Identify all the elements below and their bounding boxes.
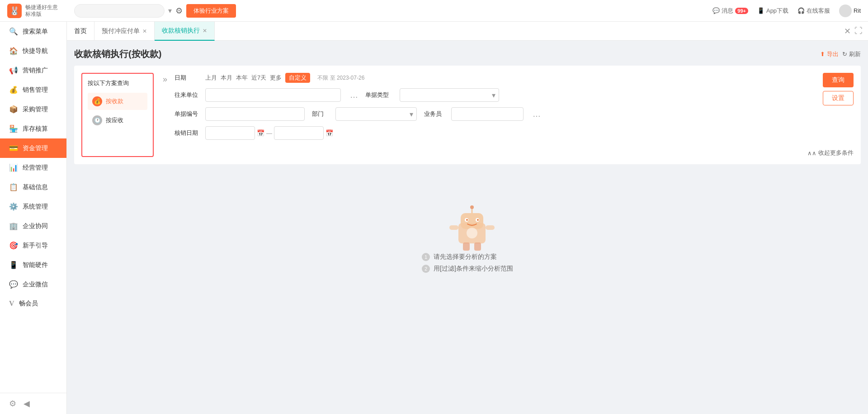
expand-tab-icon[interactable]: ⛶ xyxy=(854,26,863,36)
date-label: 日期 xyxy=(175,74,198,82)
tab-prepay[interactable]: 预付冲应付单 ✕ xyxy=(94,22,155,41)
date-shortcuts: 上月 本月 本年 近7天 更多 自定义 xyxy=(205,73,310,83)
filter-option-by-receipt[interactable]: 💰 按收款 xyxy=(88,93,147,110)
svg-point-7 xyxy=(470,205,474,209)
sidebar-label: 基础信息 xyxy=(23,183,48,191)
top-search-bar[interactable] xyxy=(74,4,165,18)
sidebar-item-quick-nav[interactable]: 🏠 快捷导航 xyxy=(0,41,66,61)
empty-robot-illustration xyxy=(445,200,490,246)
date-shortcut-this-year[interactable]: 本年 xyxy=(236,74,248,82)
tip-text-2: 用[过滤]条件来缩小分析范围 xyxy=(434,265,513,273)
page-header: 收款核销执行(按收款) ⬆ 导出 ↻ 刷新 xyxy=(74,48,861,60)
tab-receipts[interactable]: 收款核销执行 ✕ xyxy=(155,22,215,41)
app-download-label: App下载 xyxy=(766,7,788,15)
sidebar-label: 经营管理 xyxy=(23,164,48,172)
verify-date-from[interactable]: 2023-03-01 xyxy=(205,126,255,140)
top-right-actions: 💬 消息 99+ 📱 App下载 🎧 在线客服 Rit xyxy=(712,5,861,17)
collapse-sidebar-icon[interactable]: ◀ xyxy=(24,399,30,409)
counterparty-input[interactable] xyxy=(205,88,341,102)
tab-actions: ✕ ⛶ xyxy=(844,26,868,36)
docnum-input[interactable] xyxy=(205,107,305,121)
verify-date-to[interactable]: 2023-07-21 xyxy=(274,126,324,140)
sidebar-item-marketing[interactable]: 📢 营销推广 xyxy=(0,61,66,80)
user-avatar xyxy=(839,5,852,17)
doctype-dropdown-icon: ▾ xyxy=(492,91,495,100)
receivable-icon: 🕐 xyxy=(92,115,102,125)
purchase-icon: 📦 xyxy=(9,105,18,114)
tab-bar: 首页 预付冲应付单 ✕ 收款核销执行 ✕ ✕ ⛶ xyxy=(67,22,868,41)
receipt-icon: 💰 xyxy=(92,96,102,106)
verify-to-calendar-icon[interactable]: 📅 xyxy=(326,129,333,137)
message-action[interactable]: 💬 消息 99+ xyxy=(712,7,748,15)
message-badge: 99+ xyxy=(735,8,748,14)
sidebar-item-enterprise[interactable]: 🏢 企业协同 xyxy=(0,216,66,236)
refresh-button[interactable]: ↻ 刷新 xyxy=(842,50,861,58)
search-dropdown-icon[interactable]: ▾ xyxy=(168,6,172,15)
tip-num-2: 2 xyxy=(422,265,430,273)
logo-icon: 🐰 xyxy=(7,4,22,18)
settings-bottom-icon[interactable]: ⚙ xyxy=(9,399,16,409)
empty-tips: 1 请先选择要分析的方案 2 用[过滤]条件来缩小分析范围 xyxy=(422,253,513,273)
marketing-icon: 📢 xyxy=(9,66,18,75)
close-tab-icon[interactable]: ✕ xyxy=(844,26,851,36)
sidebar-label: 采购管理 xyxy=(23,105,48,114)
inventory-icon: 🏪 xyxy=(9,124,18,133)
tab-receipts-close[interactable]: ✕ xyxy=(203,28,207,33)
date-range-note: 不限 至 2023-07-26 xyxy=(317,74,364,82)
staff-input[interactable] xyxy=(451,107,524,121)
tab-prepay-close[interactable]: ✕ xyxy=(142,29,147,34)
collapse-up-icon: ∧∧ xyxy=(807,150,816,157)
sidebar-item-purchase[interactable]: 📦 采购管理 xyxy=(0,100,66,119)
date-shortcut-last-month[interactable]: 上月 xyxy=(205,74,217,82)
gear-icon[interactable]: ⚙ xyxy=(175,6,183,16)
search-area: ▾ ⚙ 体验行业方案 xyxy=(74,4,712,18)
sidebar-item-basic-info[interactable]: 📋 基础信息 xyxy=(0,177,66,197)
sidebar-item-member[interactable]: V 畅会员 xyxy=(0,294,66,313)
dept-label: 部门 xyxy=(312,110,328,118)
counterparty-dots-icon[interactable]: … xyxy=(350,90,358,100)
industry-btn[interactable]: 体验行业方案 xyxy=(186,4,236,18)
sidebar-item-operation[interactable]: 📊 经营管理 xyxy=(0,158,66,177)
sidebar-label: 快捷导航 xyxy=(23,47,48,55)
settings-button[interactable]: 设置 xyxy=(823,91,854,105)
tab-home[interactable]: 首页 xyxy=(67,22,94,41)
dept-dropdown-icon: ▾ xyxy=(410,110,413,119)
export-button[interactable]: ⬆ 导出 xyxy=(820,50,839,58)
collapse-more-button[interactable]: ∧∧ 收起更多条件 xyxy=(807,149,854,157)
export-icon: ⬆ xyxy=(820,51,825,57)
date-range-separator: — xyxy=(266,130,272,137)
sidebar-item-inventory[interactable]: 🏪 库存核算 xyxy=(0,119,66,138)
filter-option-by-receivable[interactable]: 🕐 按应收 xyxy=(88,112,147,129)
tip-num-1: 1 xyxy=(422,253,430,261)
empty-tip-2: 2 用[过滤]条件来缩小分析范围 xyxy=(422,265,513,273)
date-shortcut-custom[interactable]: 自定义 xyxy=(285,73,310,83)
app-download-action[interactable]: 📱 App下载 xyxy=(757,7,788,15)
svg-rect-10 xyxy=(463,243,470,251)
svg-rect-8 xyxy=(449,225,458,230)
doctype-input[interactable] xyxy=(400,88,499,102)
online-service-action[interactable]: 🎧 在线客服 xyxy=(797,7,830,15)
verify-from-calendar-icon[interactable]: 📅 xyxy=(257,129,264,137)
app-edition: 标准版 xyxy=(25,11,58,17)
date-shortcut-more[interactable]: 更多 xyxy=(270,74,282,82)
sidebar: 🔍 搜索菜单 🏠 快捷导航 📢 营销推广 💰 销售管理 📦 采购管理 🏪 库存核… xyxy=(0,22,67,414)
sidebar-item-finance[interactable]: 💳 资金管理 xyxy=(0,138,66,158)
user-action[interactable]: Rit xyxy=(839,5,861,17)
app-name: 畅捷通好生意 xyxy=(25,4,58,10)
sidebar-item-guide[interactable]: 🎯 新手引导 xyxy=(0,236,66,255)
filter-scheme-title: 按以下方案查询 xyxy=(88,79,147,87)
sidebar-item-sales[interactable]: 💰 销售管理 xyxy=(0,80,66,100)
sidebar-item-wechat[interactable]: 💬 企业微信 xyxy=(0,275,66,294)
sidebar-item-search-menu[interactable]: 🔍 搜索菜单 xyxy=(0,22,66,41)
sidebar-label: 智能硬件 xyxy=(23,261,48,269)
date-shortcut-this-month[interactable]: 本月 xyxy=(221,74,232,82)
staff-dots-icon[interactable]: … xyxy=(533,109,541,119)
sidebar-item-hardware[interactable]: 📱 智能硬件 xyxy=(0,255,66,275)
verify-date-row: 核销日期 2023-03-01 📅 — 2023-07-21 📅 xyxy=(175,126,816,140)
dept-input[interactable] xyxy=(335,107,417,121)
date-shortcut-7days[interactable]: 近7天 xyxy=(251,74,266,82)
query-button[interactable]: 查询 xyxy=(823,73,854,87)
sidebar-item-system[interactable]: ⚙️ 系统管理 xyxy=(0,197,66,216)
message-icon: 💬 xyxy=(712,7,720,14)
filter-collapse-icon[interactable]: » xyxy=(163,75,167,157)
